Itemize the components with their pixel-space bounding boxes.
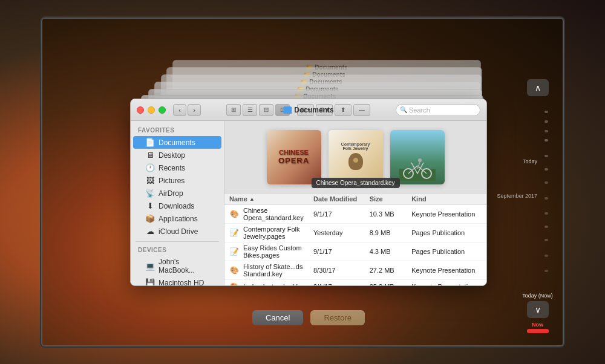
window-content: Favorites 📄 Documents 🖥 Desktop 🕐 Recent… [131, 121, 486, 285]
today-now-label: Today (Now) [522, 293, 553, 299]
preview-opera[interactable]: CHINESE OPERA [267, 130, 321, 184]
col-name-header[interactable]: Name ▲ [229, 195, 313, 203]
file-row-3[interactable]: 🎨 History of Skate...ds Standard.key 8/3… [224, 261, 486, 280]
forward-button[interactable]: › [188, 104, 201, 116]
sidebar: Favorites 📄 Documents 🖥 Desktop 🕐 Recent… [131, 121, 224, 285]
restore-button[interactable]: Restore [310, 310, 365, 325]
preview-jewelry[interactable]: Contemporary Folk Jewelry [329, 130, 383, 184]
file-date-4: 9/1/17 [313, 283, 370, 285]
sidebar-item-desktop[interactable]: 🖥 Desktop [133, 149, 221, 161]
tm-bar-13 [544, 270, 548, 272]
preview-bike[interactable] [390, 130, 445, 184]
tm-up-button[interactable]: ∧ [527, 79, 549, 96]
search-icon: 🔍 [400, 106, 407, 113]
file-kind-0: Keynote Presentation [411, 210, 482, 218]
sidebar-item-pictures[interactable]: 🖼 Pictures [133, 174, 221, 187]
sidebar-item-macintosh[interactable]: 💾 Macintosh HD [133, 276, 221, 285]
sidebar-label-documents: Documents [159, 138, 195, 147]
sidebar-label-pictures: Pictures [159, 177, 185, 185]
sidebar-item-icloud[interactable]: ☁ iCloud Drive [133, 225, 221, 238]
tm-bar-8 [544, 197, 548, 200]
sidebar-item-documents[interactable]: 📄 Documents [133, 136, 221, 149]
sidebar-item-recents[interactable]: 🕐 Recents [133, 161, 221, 174]
title-bar: ‹ › ⊞ ☰ ⊟ ⊡ ⊞ ▾ ⚙ ▾ ⬆ — [131, 99, 486, 121]
timeline-track [544, 101, 549, 293]
sidebar-label-downloads: Downloads [159, 202, 194, 210]
file-date-1: Yesterday [313, 229, 370, 236]
time-machine-panel: ∧ Today September 2017 [521, 79, 554, 333]
finder-window: ‹ › ⊞ ☰ ⊟ ⊡ ⊞ ▾ ⚙ ▾ ⬆ — [130, 99, 487, 286]
file-row-4[interactable]: 🎨 Iceland_standard.key 9/1/17 25.3 MB Ke… [224, 280, 486, 285]
file-kind-4: Keynote Presentation [411, 283, 482, 285]
icloud-icon: ☁ [145, 227, 155, 236]
bike-thumbnail [390, 130, 445, 184]
close-button[interactable] [137, 106, 144, 114]
applications-icon: 📦 [145, 214, 155, 223]
file-icon-3: 🎨 [229, 265, 239, 275]
file-date-3: 8/30/17 [313, 267, 370, 274]
macintosh-icon: 💾 [145, 278, 155, 285]
col-kind-header[interactable]: Kind [411, 195, 482, 203]
cancel-button[interactable]: Cancel [252, 310, 303, 325]
file-row-2[interactable]: 📝 Easy Rides Custom Bikes.pages 9/1/17 4… [224, 242, 486, 261]
tm-bar-12 [544, 255, 548, 257]
up-arrow-icon: ∧ [535, 83, 541, 93]
file-name-4: 🎨 Iceland_standard.key [229, 282, 313, 285]
downloads-icon: ⬇ [145, 201, 155, 210]
tm-bar-10 [544, 226, 548, 228]
file-kind-3: Keynote Presentation [411, 267, 482, 274]
col-size-header[interactable]: Size [370, 195, 412, 203]
now-text: Now [532, 322, 543, 328]
recents-icon: 🕐 [145, 163, 155, 172]
file-name-3: 🎨 History of Skate...ds Standard.key [229, 263, 313, 278]
sort-arrow: ▲ [249, 196, 255, 202]
file-row-0[interactable]: 🎨 Chinese Opera_standard.key 9/1/17 10.3… [224, 205, 486, 224]
tm-bar-5 [544, 155, 548, 157]
tm-bar-1 [544, 111, 548, 113]
window-title-label: Documents [283, 106, 333, 114]
share-btn[interactable]: ⬆ [335, 104, 352, 116]
sidebar-label-macintosh: Macintosh HD [159, 279, 204, 286]
documents-icon: 📄 [145, 138, 155, 147]
view-list-btn[interactable]: ☰ [243, 104, 257, 116]
sidebar-item-macbook[interactable]: 💻 John's MacBook... [133, 256, 221, 276]
sep-label: September 2017 [497, 193, 537, 199]
sidebar-item-downloads[interactable]: ⬇ Downloads [133, 200, 221, 212]
minimize-button[interactable] [148, 106, 155, 114]
sidebar-label-desktop: Desktop [159, 151, 185, 160]
view-icon-btn[interactable]: ⊞ [226, 104, 241, 116]
desktop-icon: 🖥 [145, 151, 155, 160]
opera-thumbnail: CHINESE OPERA [267, 130, 321, 184]
file-name-0: 🎨 Chinese Opera_standard.key [229, 207, 313, 221]
airdrop-icon: 📡 [145, 189, 155, 198]
sidebar-item-airdrop[interactable]: 📡 AirDrop [133, 187, 221, 200]
down-arrow-icon: ∨ [535, 305, 541, 314]
tm-down-button[interactable]: ∨ [527, 301, 549, 318]
file-name-2: 📝 Easy Rides Custom Bikes.pages [229, 244, 313, 259]
col-date-header[interactable]: Date Modified [313, 195, 370, 203]
sidebar-label-icloud: iCloud Drive [159, 227, 198, 236]
sidebar-item-applications[interactable]: 📦 Applications [133, 212, 221, 225]
back-button[interactable]: ‹ [173, 104, 186, 116]
file-icon-1: 📝 [229, 228, 239, 238]
sidebar-label-applications: Applications [159, 215, 198, 223]
file-row-1[interactable]: 📝 Contemporary Folk Jewelry.pages Yester… [224, 224, 486, 242]
tm-timeline: Today September 2017 [521, 101, 554, 293]
today-label: Today [523, 158, 537, 164]
file-list: 🎨 Chinese Opera_standard.key 9/1/17 10.3… [224, 205, 486, 285]
screen-area: 📁 Documents 📁 Documents 📁 Documents 📁 Do… [42, 19, 563, 345]
tm-bar-3 [544, 130, 548, 132]
sidebar-label-airdrop: AirDrop [159, 189, 183, 198]
maximize-button[interactable] [159, 106, 166, 114]
file-icon-4: 🎨 [229, 282, 239, 285]
file-size-1: 8.9 MB [370, 229, 412, 236]
search-placeholder: Search [409, 106, 430, 114]
folder-icon-title [283, 106, 292, 114]
edit-tags-btn[interactable]: — [353, 104, 370, 116]
file-size-2: 4.3 MB [370, 248, 412, 255]
file-size-4: 25.3 MB [370, 283, 412, 285]
view-column-btn[interactable]: ⊟ [259, 104, 273, 116]
svg-point-5 [418, 158, 422, 162]
file-area: CHINESE OPERA Contemporary Folk Jewelry [224, 121, 486, 285]
search-box[interactable]: 🔍 Search [396, 104, 480, 116]
